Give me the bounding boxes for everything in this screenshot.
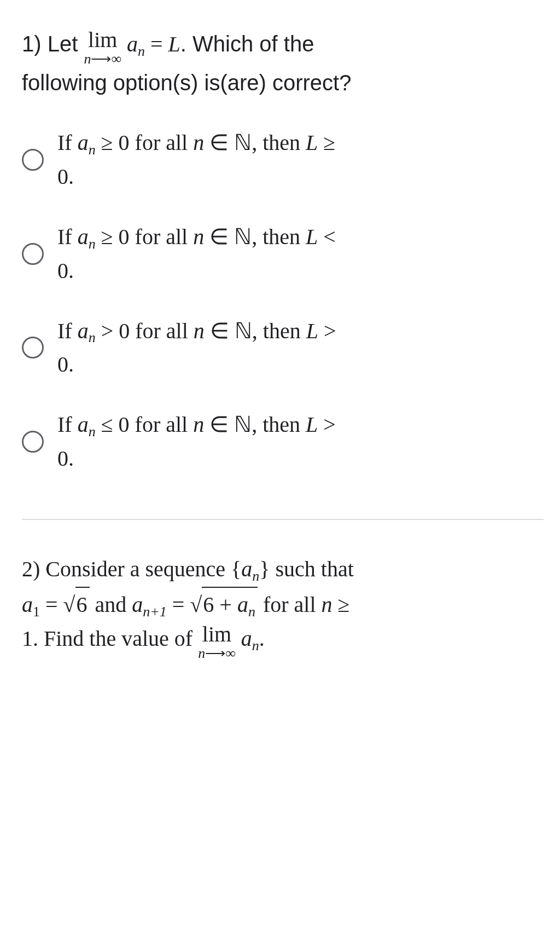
question-2-stem: 2) Consider a sequence {an} such that a1… <box>22 553 544 661</box>
option-1[interactable]: If an ≥ 0 for all n ∈ ℕ, then L ≥ 0. <box>22 126 544 193</box>
option-4[interactable]: If an ≤ 0 for all n ∈ ℕ, then L > 0. <box>22 408 544 475</box>
q2-number: 2) <box>22 557 40 581</box>
L-var: L <box>168 32 180 56</box>
option-2-text: If an ≥ 0 for all n ∈ ℕ, then L < 0. <box>57 221 544 287</box>
question-1-stem: 1) Let limn⟶∞ an = L. Which of the follo… <box>22 27 544 99</box>
lim-text: lim <box>84 29 121 51</box>
a-var: a <box>127 32 138 56</box>
radio-icon[interactable] <box>22 431 44 453</box>
q2-such: such that <box>276 557 354 581</box>
option-2[interactable]: If an ≥ 0 for all n ∈ ℕ, then L < 0. <box>22 221 544 287</box>
equals: = <box>150 32 163 56</box>
question-2: 2) Consider a sequence {an} such that a1… <box>22 553 544 661</box>
q1-following: following option(s) is(are) correct? <box>22 71 351 95</box>
divider <box>22 519 544 520</box>
limit-notation: limn⟶∞ <box>84 29 121 66</box>
q2-find: Find the value of <box>44 626 192 651</box>
q2-and: and <box>95 592 127 617</box>
option-3[interactable]: If an > 0 for all n ∈ ℕ, then L > 0. <box>22 315 544 381</box>
options-list: If an ≥ 0 for all n ∈ ℕ, then L ≥ 0. If … <box>22 126 544 475</box>
period: . <box>180 32 186 56</box>
q2-consider: Consider a sequence <box>45 557 225 581</box>
option-3-text: If an > 0 for all n ∈ ℕ, then L > 0. <box>57 315 544 381</box>
q1-which: Which of the <box>192 32 314 56</box>
sqrt-6-plus-an: √6 + an <box>190 587 258 622</box>
question-1: 1) Let limn⟶∞ an = L. Which of the follo… <box>22 27 544 475</box>
lim-subscript: n⟶∞ <box>84 52 121 66</box>
limit-notation: limn⟶∞ <box>198 623 236 661</box>
q1-let: Let <box>48 32 78 56</box>
radio-icon[interactable] <box>22 243 44 265</box>
sqrt-6: √6 <box>63 587 90 621</box>
q2-forall: for all <box>263 592 316 617</box>
option-4-text: If an ≤ 0 for all n ∈ ℕ, then L > 0. <box>57 408 544 475</box>
option-1-text: If an ≥ 0 for all n ∈ ℕ, then L ≥ 0. <box>57 126 544 193</box>
radio-icon[interactable] <box>22 149 44 171</box>
radio-icon[interactable] <box>22 337 44 358</box>
sub-n: n <box>138 43 145 59</box>
q1-number: 1) <box>22 32 42 56</box>
